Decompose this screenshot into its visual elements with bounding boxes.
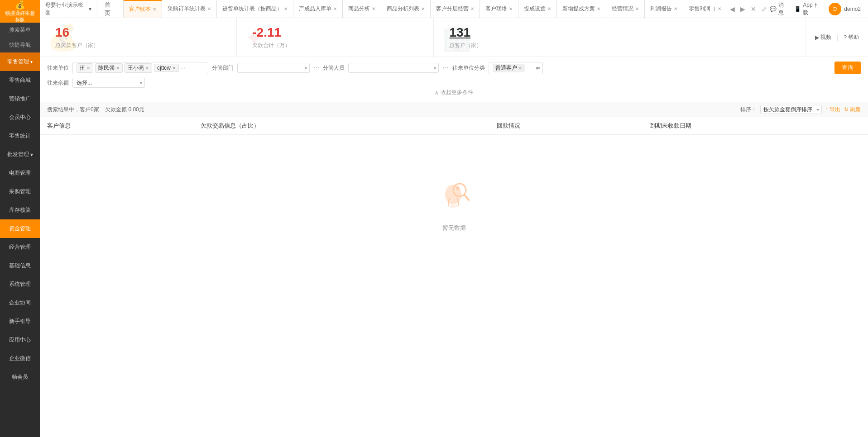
results-text: 搜索结果中，客户0家 欠款金额 0.00元 <box>47 106 144 114</box>
tab-customer-book[interactable]: 客户账本 ✕ <box>124 0 162 18</box>
account-name: 母婴行业演示帐套 <box>45 1 87 17</box>
dept-filter-select[interactable] <box>237 63 310 73</box>
stat-debt-total-label: 欠款合计（万） <box>252 42 422 49</box>
remove-tag-wu[interactable]: ✕ <box>86 66 90 71</box>
filter-more-tags[interactable]: ··· <box>181 65 185 71</box>
sidebar-item-retail-stats[interactable]: 零售统计 <box>0 127 40 145</box>
sort-select[interactable]: 按欠款金额倒序排序 <box>760 105 822 114</box>
help-link[interactable]: ? 帮助 <box>844 33 859 41</box>
dept-filter-wrap <box>237 63 310 73</box>
sidebar-item-inventory[interactable]: 库存核算 <box>0 201 40 219</box>
close-icon[interactable]: ✕ <box>547 6 551 11</box>
sidebar-item-label: 会员中心 <box>9 114 31 120</box>
tab-label: 商品分析 <box>348 5 370 13</box>
app-download-button[interactable]: 📱 App下载 <box>794 1 823 17</box>
sidebar-item-marketing[interactable]: 营销推广 <box>0 90 40 108</box>
remove-tag-wang[interactable]: ✕ <box>145 66 149 71</box>
close-icon[interactable]: ✕ <box>284 6 288 11</box>
tab-inbound-stats[interactable]: 进货单统计表（按商品） ✕ <box>217 0 293 18</box>
tab-right-arrow[interactable]: ▶ <box>738 5 748 13</box>
close-icon[interactable]: ✕ <box>674 6 677 11</box>
sidebar-item-label: 企业微信 <box>9 355 31 361</box>
sidebar-item-ops-mgmt[interactable]: 经营管理 <box>0 238 40 256</box>
close-icon[interactable]: ✕ <box>207 6 211 11</box>
sidebar-item-enterprise-coop[interactable]: 企业协同 <box>0 294 40 312</box>
sidebar-item-basic-info[interactable]: 基础信息 <box>0 256 40 275</box>
stat-total-customers: 🏢 131 总客户（家） <box>434 18 806 57</box>
tab-customer-contact[interactable]: 客户联络 ✕ <box>480 0 518 18</box>
video-link[interactable]: ▶ 视频 <box>815 33 831 41</box>
sidebar-item-label: 资金管理 <box>9 225 31 232</box>
sidebar-item-purchase-mgmt[interactable]: 采购管理 <box>0 182 40 201</box>
tab-label: 经营情况 <box>612 5 633 13</box>
sidebar-item-ecom-mgmt[interactable]: 电商管理 <box>0 164 40 182</box>
sidebar-item-batch-mgmt[interactable]: 批发管理 ▾ <box>0 145 40 164</box>
tab-product-analysis-list[interactable]: 商品分析列表 ✕ <box>381 0 431 18</box>
remove-tag-cjttcw[interactable]: ✕ <box>172 66 176 71</box>
chevron-down-icon: ▾ <box>30 59 33 64</box>
refresh-icon: ↻ <box>844 106 849 113</box>
close-icon[interactable]: ✕ <box>372 6 375 11</box>
close-icon[interactable]: ✕ <box>470 6 474 11</box>
tab-left-arrow[interactable]: ◀ <box>727 5 738 13</box>
empty-icon <box>436 176 472 218</box>
filter-tag-wu[interactable]: 伍 ✕ <box>77 63 93 73</box>
sidebar-item-label: 电商管理 <box>9 170 31 176</box>
sidebar-item-app-center[interactable]: 应用中心 <box>0 331 40 349</box>
close-icon[interactable]: ✕ <box>421 6 425 11</box>
filter-tag-chen[interactable]: 陈民强 ✕ <box>95 63 123 73</box>
user-menu[interactable]: D demo2 <box>829 3 861 15</box>
close-icon[interactable]: ✕ <box>153 7 156 12</box>
sidebar-quicknav[interactable]: 快捷导航 <box>0 38 40 52</box>
search-button[interactable]: 查询 <box>834 62 861 74</box>
sidebar-item-sys-mgmt[interactable]: 系统管理 <box>0 275 40 294</box>
sidebar-item-label: 畅会员 <box>12 374 28 380</box>
sidebar-logo: 💰 畅捷通好生意 标版 <box>0 0 40 23</box>
unit-type-select[interactable]: 普通客户 ✕ ▾ <box>489 62 543 74</box>
sidebar-item-member-center[interactable]: 会员中心 <box>0 108 40 127</box>
home-tab[interactable]: 首页 <box>97 0 124 18</box>
sidebar-item-enterprise-wechat[interactable]: 企业微信 <box>0 349 40 368</box>
tab-expand[interactable]: ⤢ <box>759 5 770 13</box>
tab-label: 产成品入库单 <box>299 5 331 13</box>
dept-more-dots[interactable]: ··· <box>313 64 319 72</box>
sidebar-search[interactable]: 搜索菜单 <box>0 23 40 38</box>
tab-raise-settings[interactable]: 提成设置 ✕ <box>518 0 557 18</box>
sidebar-item-vip-member[interactable]: 畅会员 <box>0 368 40 386</box>
sidebar-item-new-guide[interactable]: 新手引导 <box>0 312 40 331</box>
sidebar-item-retail-mgmt[interactable]: 零售管理 ▾ <box>0 52 40 71</box>
sidebar-item-retail-mall[interactable]: 零售商城 <box>0 71 40 90</box>
collapse-filter-btn[interactable]: ∧ 收起更多条件 <box>47 88 861 97</box>
tab-product-inbound[interactable]: 产成品入库单 ✕ <box>293 0 343 18</box>
filter-bar: 往来单位 伍 ✕ 陈民强 ✕ 王小亮 ✕ cjttcw ✕ ··· <box>40 57 868 102</box>
balance-filter-select[interactable]: 选择... <box>72 78 145 88</box>
tab-customer-segment[interactable]: 客户分层经营 ✕ <box>431 0 480 18</box>
tab-new-raise-plan[interactable]: 新增提成方案 ✕ <box>557 0 606 18</box>
close-icon[interactable]: ✕ <box>718 6 721 11</box>
tab-profit-report[interactable]: 利润报告 ✕ <box>645 0 683 18</box>
tab-ops-situation[interactable]: 经营情况 ✕ <box>606 0 645 18</box>
stat-debt-total: ✦ -2.11 欠款合计（万） <box>237 18 434 57</box>
remove-tag-chen[interactable]: ✕ <box>116 66 120 71</box>
topbar-left: 母婴行业演示帐套 ▾ 首页 客户账本 ✕ 采购订单统计表 ✕ 进货单统计表（按商… <box>40 0 770 18</box>
sidebar-item-finance-mgmt[interactable]: 资金管理 <box>0 219 40 238</box>
tab-retail-profit[interactable]: 零售利润（ ✕ <box>683 0 727 18</box>
close-icon[interactable]: ✕ <box>597 6 600 11</box>
unit-filter-tags[interactable]: 伍 ✕ 陈民强 ✕ 王小亮 ✕ cjttcw ✕ ··· <box>72 62 208 74</box>
export-button[interactable]: ↑ 导出 <box>825 106 840 114</box>
filter-tag-wang[interactable]: 王小亮 ✕ <box>125 63 152 73</box>
close-icon[interactable]: ✕ <box>509 6 513 11</box>
filter-tag-cjttcw[interactable]: cjttcw ✕ <box>154 64 179 72</box>
people-filter-select[interactable] <box>348 63 439 73</box>
remove-unit-type[interactable]: ✕ <box>518 66 522 71</box>
people-filter-label: 分管人员 <box>323 64 345 72</box>
tab-close-all[interactable]: ✕ <box>748 5 759 13</box>
tab-product-analysis[interactable]: 商品分析 ✕ <box>343 0 381 18</box>
people-more-dots[interactable]: ··· <box>442 64 448 72</box>
tab-purchase-order[interactable]: 采购订单统计表 ✕ <box>162 0 217 18</box>
refresh-button[interactable]: ↻ 刷新 <box>844 106 861 114</box>
close-icon[interactable]: ✕ <box>635 6 639 11</box>
close-icon[interactable]: ✕ <box>333 6 337 11</box>
messages-button[interactable]: 💬 消息 <box>770 1 789 17</box>
account-selector[interactable]: 母婴行业演示帐套 ▾ <box>40 0 97 18</box>
